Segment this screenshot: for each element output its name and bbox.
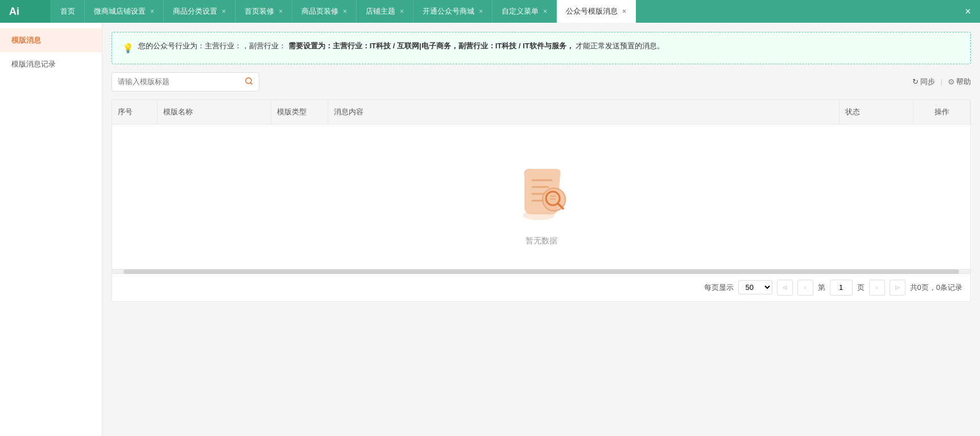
page-size-select[interactable]: 50 20 100 <box>738 280 772 294</box>
page-label: 第 <box>818 283 825 293</box>
tab-product-page[interactable]: 商品页装修 × <box>292 0 357 23</box>
tab-shop-theme-close[interactable]: × <box>400 7 404 15</box>
help-label: 帮助 <box>956 77 971 87</box>
scroll-thumb[interactable] <box>123 269 959 274</box>
tab-wechat-shop-close[interactable]: × <box>150 7 154 15</box>
toolbar: ↻ 同步 | ⊙ 帮助 <box>111 72 971 92</box>
search-button[interactable] <box>245 77 253 87</box>
tab-custom-menu-label: 自定义菜单 <box>502 6 539 16</box>
sync-label: 同步 <box>920 77 935 87</box>
tab-bar: Ai 首页 微商城店铺设置 × 商品分类设置 × 首页装修 × 商品页装修 × … <box>0 0 980 23</box>
main-layout: 模版消息 模版消息记录 💡 您的公众号行业为：主营行业：，副营行业： 需要设置为… <box>0 23 980 436</box>
scroll-track[interactable] <box>112 269 970 273</box>
next-page-icon: › <box>876 284 878 292</box>
tab-product-category-label: 商品分类设置 <box>173 6 217 16</box>
tab-home-label: 首页 <box>60 6 75 16</box>
tab-wechat-shop[interactable]: 微商城店铺设置 × <box>85 0 164 23</box>
notice-box: 💡 您的公众号行业为：主营行业：，副营行业： 需要设置为：主营行业：IT科技 /… <box>111 32 971 64</box>
tab-product-page-close[interactable]: × <box>343 7 347 15</box>
th-seq: 序号 <box>112 100 158 124</box>
sidebar-item-template-record-label: 模版消息记录 <box>11 60 56 68</box>
last-page-button[interactable]: ⊳ <box>890 280 905 296</box>
tab-wechat-shop-label: 微商城店铺设置 <box>94 6 146 16</box>
tab-open-mall[interactable]: 开通公众号商城 × <box>413 0 493 23</box>
notice-highlight: 需要设置为：主营行业：IT科技 / 互联网|电子商务，副营行业：IT科技 / I… <box>288 41 574 50</box>
th-action: 操作 <box>913 100 970 124</box>
next-page-button[interactable]: › <box>869 280 885 296</box>
help-button[interactable]: ⊙ 帮助 <box>948 77 971 87</box>
sidebar: 模版消息 模版消息记录 <box>0 23 102 436</box>
pagination-bar: 每页显示 50 20 100 ⊲ ‹ 第 页 <box>112 273 970 301</box>
tab-open-mall-close[interactable]: × <box>479 7 483 15</box>
svg-line-1 <box>250 82 252 84</box>
last-page-icon: ⊳ <box>895 284 900 292</box>
sync-button[interactable]: ↻ 同步 <box>912 77 935 87</box>
sidebar-item-template-record[interactable]: 模版消息记录 <box>0 52 102 76</box>
notice-suffix: 才能正常发送预置的消息。 <box>576 41 664 50</box>
tab-shop-theme[interactable]: 店铺主题 × <box>357 0 413 23</box>
first-page-button[interactable]: ⊲ <box>777 280 793 296</box>
notice-prefix: 您的公众号行业为：主营行业：，副营行业： <box>138 41 286 50</box>
table-container: 序号 模版名称 模版类型 消息内容 状态 操作 <box>111 99 971 302</box>
page-input[interactable] <box>830 280 853 296</box>
empty-illustration <box>507 159 576 227</box>
toolbar-right: ↻ 同步 | ⊙ 帮助 <box>912 77 971 87</box>
toolbar-divider: | <box>941 77 942 86</box>
notice-icon: 💡 <box>122 41 134 56</box>
tab-custom-menu-close[interactable]: × <box>543 7 547 15</box>
tab-custom-menu[interactable]: 自定义菜单 × <box>493 0 557 23</box>
empty-state: 暂无数据 <box>112 124 970 269</box>
help-icon: ⊙ <box>948 77 954 86</box>
search-wrapper <box>111 72 259 92</box>
app-logo: Ai <box>0 0 51 23</box>
empty-svg <box>507 159 576 227</box>
page-size-label: 每页显示 <box>704 283 734 293</box>
tab-bar-close-all[interactable]: × <box>956 0 980 23</box>
prev-page-button[interactable]: ‹ <box>797 280 813 296</box>
search-input[interactable] <box>118 77 245 86</box>
content-area: 💡 您的公众号行业为：主营行业：，副营行业： 需要设置为：主营行业：IT科技 /… <box>102 23 980 436</box>
th-type: 模版类型 <box>271 100 328 124</box>
th-name: 模版名称 <box>158 100 271 124</box>
tab-home-decor-label: 首页装修 <box>245 6 274 16</box>
tab-shop-theme-label: 店铺主题 <box>366 6 395 16</box>
search-icon <box>245 77 253 85</box>
tab-template-msg-close[interactable]: × <box>622 7 626 15</box>
first-page-icon: ⊲ <box>782 284 788 292</box>
sync-icon: ↻ <box>912 77 919 86</box>
tab-home-decor[interactable]: 首页装修 × <box>235 0 292 23</box>
sidebar-item-template-message-label: 模版消息 <box>11 36 41 44</box>
tab-product-category[interactable]: 商品分类设置 × <box>164 0 235 23</box>
empty-text: 暂无数据 <box>526 236 557 246</box>
tab-template-msg[interactable]: 公众号模版消息 × <box>557 0 636 23</box>
tab-home[interactable]: 首页 <box>51 0 85 23</box>
page-unit: 页 <box>857 283 865 293</box>
tab-product-page-label: 商品页装修 <box>301 6 338 16</box>
tab-product-category-close[interactable]: × <box>222 7 226 15</box>
table-header: 序号 模版名称 模版类型 消息内容 状态 操作 <box>112 100 970 124</box>
tab-template-msg-label: 公众号模版消息 <box>566 6 618 16</box>
th-content: 消息内容 <box>328 100 840 124</box>
total-info: 共0页，0条记录 <box>910 283 962 293</box>
tab-open-mall-label: 开通公众号商城 <box>423 6 474 16</box>
th-status: 状态 <box>840 100 913 124</box>
tab-home-decor-close[interactable]: × <box>279 7 283 15</box>
prev-page-icon: ‹ <box>804 284 807 292</box>
notice-text: 您的公众号行业为：主营行业：，副营行业： 需要设置为：主营行业：IT科技 / 互… <box>138 40 664 52</box>
sidebar-item-template-message[interactable]: 模版消息 <box>0 28 102 52</box>
